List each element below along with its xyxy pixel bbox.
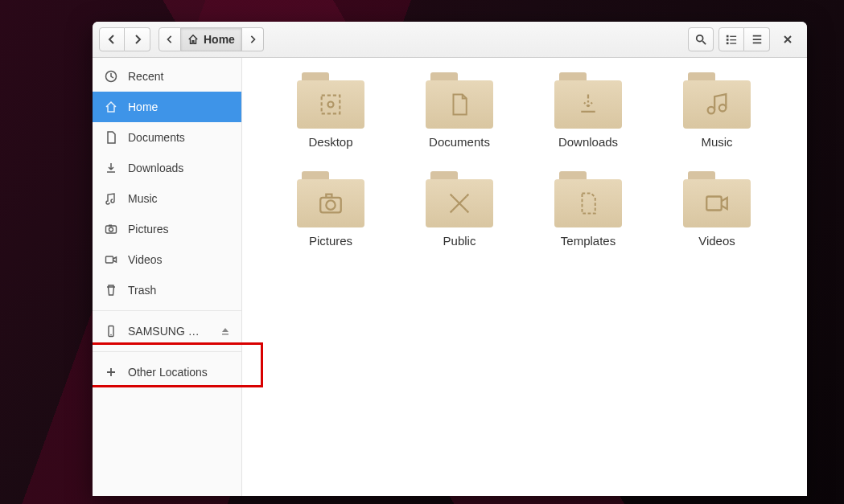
window-body: Recent Home Documents Downloads Music Pi…: [93, 58, 807, 496]
svg-point-19: [326, 200, 335, 209]
sidebar-item-trash[interactable]: Trash: [93, 275, 241, 305]
folder-documents[interactable]: Documents: [395, 72, 524, 149]
folder-downloads[interactable]: Downloads: [524, 72, 653, 149]
close-button[interactable]: [775, 27, 801, 51]
file-manager-window: Home Recent: [93, 22, 807, 496]
chevron-right-icon: [133, 35, 142, 44]
svg-rect-20: [326, 195, 331, 198]
sidebar-item-label: Pictures: [128, 223, 169, 236]
svg-point-15: [327, 101, 333, 107]
clock-icon: [104, 70, 118, 83]
sidebar-item-label: Home: [128, 100, 158, 113]
chevron-right-icon: [249, 35, 257, 43]
folder-label: Public: [443, 234, 476, 248]
sidebar-item-label: Downloads: [128, 162, 183, 174]
menu-button[interactable]: [744, 27, 770, 51]
folder-desktop[interactable]: Desktop: [266, 72, 395, 149]
path-prev-button[interactable]: [159, 27, 181, 51]
trash-icon: [104, 284, 118, 297]
sidebar-separator: [93, 310, 241, 311]
download-icon: [104, 162, 118, 174]
phone-icon: [104, 325, 118, 338]
sidebar-item-home[interactable]: Home: [93, 92, 241, 122]
path-segment-label: Home: [204, 33, 235, 46]
sidebar-item-documents[interactable]: Documents: [93, 122, 241, 153]
sidebar-item-label: Trash: [128, 284, 156, 297]
sidebar-item-recent[interactable]: Recent: [93, 61, 241, 92]
svg-point-13: [110, 334, 112, 336]
svg-rect-2: [730, 36, 736, 37]
folder-icon: [426, 72, 493, 129]
folder-grid: Desktop Documents Downloads: [250, 72, 799, 248]
folder-icon: [554, 171, 622, 227]
pathbar: Home: [159, 27, 264, 51]
path-next-button[interactable]: [242, 27, 264, 51]
folder-videos[interactable]: Videos: [653, 171, 781, 248]
svg-point-16: [708, 107, 715, 114]
close-icon: [783, 35, 793, 44]
forward-button[interactable]: [125, 27, 150, 51]
hamburger-icon: [751, 34, 763, 45]
folder-icon: [297, 171, 364, 227]
search-icon: [695, 34, 706, 45]
folder-label: Music: [701, 135, 732, 149]
svg-point-0: [697, 35, 703, 42]
sidebar-item-label: Music: [128, 192, 158, 205]
sidebar-item-pictures[interactable]: Pictures: [93, 214, 241, 244]
svg-rect-6: [730, 43, 736, 43]
sidebar: Recent Home Documents Downloads Music Pi…: [93, 58, 242, 496]
folder-icon: [297, 72, 364, 129]
sidebar-item-label: SAMSUNG …: [128, 325, 200, 338]
chevron-left-icon: [107, 35, 117, 44]
svg-rect-5: [727, 43, 729, 45]
folder-icon: [554, 72, 622, 129]
nav-back-forward-group: [99, 27, 150, 51]
plus-icon: [104, 366, 118, 379]
svg-rect-14: [322, 96, 340, 114]
folder-label: Desktop: [308, 135, 352, 149]
view-switcher: [718, 27, 770, 51]
music-icon: [104, 192, 118, 205]
sidebar-item-samsung-device[interactable]: SAMSUNG …: [93, 316, 241, 346]
svg-rect-3: [727, 39, 729, 41]
eject-button[interactable]: [220, 326, 230, 336]
svg-rect-21: [706, 197, 721, 211]
folder-templates[interactable]: Templates: [524, 171, 653, 248]
list-view-button[interactable]: [718, 27, 744, 51]
sidebar-item-other-locations[interactable]: Other Locations: [93, 357, 241, 387]
sidebar-item-music[interactable]: Music: [93, 183, 241, 214]
chevron-left-icon: [166, 35, 174, 43]
document-icon: [104, 131, 118, 144]
path-segment-home[interactable]: Home: [181, 27, 242, 51]
video-icon: [104, 253, 118, 266]
sidebar-item-label: Documents: [128, 131, 185, 144]
folder-label: Pictures: [309, 234, 352, 248]
svg-rect-4: [730, 39, 736, 40]
content-area[interactable]: Desktop Documents Downloads: [242, 58, 807, 496]
folder-pictures[interactable]: Pictures: [266, 171, 395, 248]
sidebar-item-videos[interactable]: Videos: [93, 244, 241, 275]
home-icon: [104, 100, 118, 113]
folder-label: Templates: [561, 234, 616, 248]
svg-point-9: [109, 227, 113, 232]
sidebar-item-label: Recent: [128, 70, 163, 83]
back-button[interactable]: [99, 27, 125, 51]
titlebar: Home: [93, 22, 807, 58]
folder-label: Videos: [698, 234, 735, 248]
folder-music[interactable]: Music: [653, 72, 781, 149]
folder-icon: [426, 171, 493, 227]
svg-point-17: [719, 104, 727, 112]
svg-rect-1: [727, 35, 729, 38]
home-icon: [187, 34, 199, 45]
camera-icon: [104, 223, 118, 236]
sidebar-item-label: Other Locations: [128, 366, 208, 379]
sidebar-item-label: Videos: [128, 253, 163, 266]
sidebar-separator: [93, 351, 241, 352]
folder-label: Documents: [429, 135, 490, 149]
folder-public[interactable]: Public: [395, 171, 524, 248]
svg-rect-11: [106, 256, 113, 263]
svg-rect-10: [109, 225, 112, 227]
sidebar-item-downloads[interactable]: Downloads: [93, 153, 241, 183]
folder-icon: [683, 171, 751, 227]
search-button[interactable]: [688, 27, 714, 51]
